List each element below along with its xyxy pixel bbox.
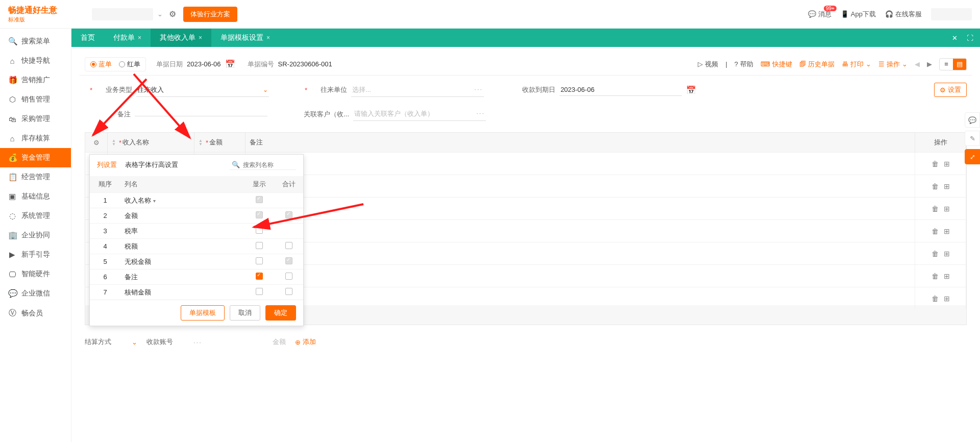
message-badge: 99+ (824, 6, 837, 11)
phone-icon: 📱 (841, 10, 849, 18)
logo-main: 畅捷通好生意 (8, 5, 57, 16)
logo: 畅捷通好生意 标准版 (8, 5, 80, 23)
gear-icon[interactable]: ⚙ (169, 9, 176, 19)
app-download-link[interactable]: 📱 App下载 (841, 10, 876, 19)
logo-sub: 标准版 (8, 16, 25, 23)
app-download-label: App下载 (851, 10, 876, 19)
chevron-down-icon[interactable]: ⌄ (157, 10, 163, 18)
top-header-right: 💬 消息 99+ 📱 App下载 🎧 在线客服 (808, 8, 972, 20)
online-service-link[interactable]: 🎧 在线客服 (885, 10, 922, 19)
try-industry-button[interactable]: 体验行业方案 (183, 7, 237, 22)
user-block[interactable] (931, 8, 972, 20)
headset-icon: 🎧 (885, 10, 893, 18)
online-service-label: 在线客服 (895, 10, 922, 19)
message-icon: 💬 (808, 10, 816, 18)
messages-link[interactable]: 💬 消息 99+ (808, 10, 831, 19)
company-name-placeholder[interactable] (92, 8, 153, 20)
top-header: 畅捷通好生意 标准版 ⌄ ⚙ 体验行业方案 💬 消息 99+ 📱 App下载 🎧… (0, 0, 980, 29)
